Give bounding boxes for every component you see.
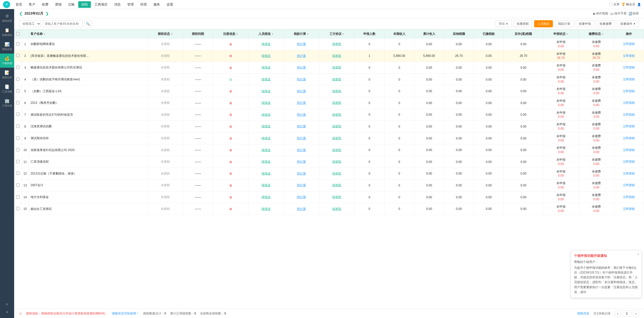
row-pay-status: 未缴费 0.00 — [579, 62, 614, 74]
nav-message[interactable]: 消息 — [111, 1, 124, 8]
nav-home[interactable]: 首页 — [13, 1, 25, 8]
row-current-income: 0 — [384, 85, 414, 97]
action-btn[interactable]: 立即授权 — [623, 42, 635, 46]
nav-settings[interactable]: 设置 — [164, 1, 176, 8]
row-checkbox[interactable] — [16, 78, 19, 81]
row-reg-info: ⊗ — [213, 168, 248, 180]
row-tax-refund: 0.00 — [504, 191, 543, 203]
pay-status-filter[interactable]: 缴费状态 — [589, 32, 604, 36]
auth-history-link[interactable]: 授权历史 — [577, 311, 589, 316]
row-reg-info: ⊙ — [213, 74, 248, 85]
action-btn[interactable]: 立即授权 — [623, 183, 635, 187]
row-checkbox[interactable] — [16, 207, 19, 210]
personal-report-btn[interactable]: 人员报送 — [534, 20, 553, 27]
tax-record-icon: 📝 — [5, 70, 10, 75]
batch-pay-btn[interactable]: 批量缴费 — [596, 20, 615, 27]
nav-billing[interactable]: 收费 — [39, 1, 51, 8]
three-party-filter[interactable]: 三方协议 — [329, 32, 344, 36]
action-btn[interactable]: 立即授权 — [623, 207, 635, 211]
row-checkbox[interactable] — [16, 195, 19, 199]
row-num: 8 — [21, 121, 29, 133]
row-checkbox[interactable] — [16, 66, 19, 69]
action-btn[interactable]: 立即授权 — [623, 101, 635, 105]
action-btn[interactable]: 立即授权 — [623, 160, 635, 163]
tax-calc-filter[interactable]: 税款计算 — [294, 32, 309, 36]
client-filter[interactable]: 客户名称 — [31, 32, 45, 36]
sidebar-item-msg[interactable]: ✉ — [0, 300, 14, 308]
member-btn[interactable]: 🏆 畅会员 — [622, 2, 635, 7]
auth-status-filter[interactable]: 授权状态 — [158, 32, 173, 36]
row-current-income: 0 — [384, 168, 414, 180]
row-checkbox[interactable] — [16, 42, 19, 45]
nav-invoice[interactable]: 票报 — [52, 1, 65, 8]
action-btn[interactable]: 立即授权 — [623, 136, 635, 140]
sidebar-item-tax-overview[interactable]: 📊 报税总览 — [0, 39, 14, 54]
nav-operation[interactable]: 经营 — [137, 1, 150, 8]
prev-page-btn[interactable]: ‹ — [615, 310, 621, 316]
next-month-btn[interactable]: ❯ — [45, 11, 49, 16]
report-status-filter[interactable]: 申报状态 — [553, 32, 568, 36]
sidebar-item-annual-report[interactable]: 🏢 工商年报 — [0, 96, 14, 110]
buy-link[interactable]: 请购买后尽快使用！ — [112, 311, 139, 316]
nav-bizproject[interactable]: 工商项目 — [91, 1, 111, 8]
sidebar-item-tax-settings[interactable]: ⚙ 报税设置 — [0, 11, 14, 25]
next-page-btn[interactable]: › — [633, 310, 639, 316]
action-btn[interactable]: 立即授权 — [623, 125, 635, 128]
action-btn[interactable]: 立即授权 — [623, 113, 635, 116]
nav-tax[interactable]: 报税 — [78, 1, 91, 8]
action-btn[interactable]: 立即授权 — [623, 78, 635, 81]
row-checkbox[interactable] — [16, 125, 19, 128]
action-btn[interactable]: 立即授权 — [623, 66, 635, 69]
row-checkbox[interactable] — [16, 136, 19, 140]
action-btn[interactable]: 立即授权 — [623, 89, 635, 93]
notification-close-btn[interactable]: × — [637, 253, 639, 256]
user-avatar[interactable]: 👤 — [637, 3, 641, 6]
row-checkbox[interactable] — [16, 172, 19, 175]
row-tax-payable: 0.00 — [444, 38, 474, 50]
row-checkbox[interactable] — [16, 101, 19, 104]
export-btn[interactable]: 导出 ▼ — [496, 20, 511, 27]
page-input[interactable] — [622, 310, 631, 316]
sidebar-item-tax-record[interactable]: 📝 报税记录 — [0, 68, 14, 82]
employee-filter[interactable]: 全部员工 — [19, 20, 41, 27]
row-tax-calc: 待计算 — [284, 156, 319, 168]
reg-info-filter[interactable]: 注册信息 — [223, 32, 238, 36]
notification-title: 个税申报功能升级通知 — [574, 254, 638, 258]
row-action: 立即授权 — [614, 156, 644, 168]
fullscreen-btn[interactable]: ⛶ 全屏 — [609, 2, 619, 7]
row-reg-info: ⊗ — [213, 38, 248, 50]
batch-report-btn[interactable]: 批量申报 — [576, 20, 594, 27]
tax-calc-btn[interactable]: 税款计算 — [555, 20, 574, 27]
sidebar-item-config[interactable]: ⚙ — [0, 308, 14, 316]
action-btn[interactable]: 立即授权 — [623, 172, 635, 175]
action-btn[interactable]: 立即授权 — [623, 148, 635, 152]
personal-report-filter[interactable]: 人员报送 — [259, 32, 273, 36]
sidebar-item-batch-tax[interactable]: 📋 批量报税 — [0, 25, 14, 39]
search-input[interactable] — [42, 20, 83, 27]
row-client: 2007会计 — [29, 180, 148, 191]
row-checkbox[interactable] — [16, 113, 19, 116]
batch-ops-btn[interactable]: 批量操作 ▼ — [617, 20, 639, 27]
row-checkbox[interactable] — [16, 54, 19, 57]
nav-accounting[interactable]: 记账 — [65, 1, 78, 8]
select-all-checkbox[interactable] — [16, 32, 19, 35]
search-button[interactable]: 🔍 — [84, 20, 91, 27]
row-three-party: 续签取 — [319, 144, 354, 156]
action-btn[interactable]: 立即授权 — [623, 54, 635, 58]
video-btn[interactable]: ▶ 操作视频 — [593, 11, 608, 16]
manual-btn[interactable]: 📖 操作手册 — [610, 11, 627, 16]
action-btn[interactable]: 立即授权 — [623, 195, 635, 199]
nav-service[interactable]: 服务 — [150, 1, 163, 8]
row-checkbox[interactable] — [16, 89, 19, 92]
row-checkbox[interactable] — [16, 148, 19, 151]
nav-client[interactable]: 客户 — [26, 1, 38, 8]
prev-month-btn[interactable]: ❮ — [19, 11, 22, 16]
nav-management[interactable]: 管理 — [124, 1, 137, 8]
row-checkbox[interactable] — [16, 160, 19, 163]
batch-auth-btn[interactable]: 批量授权 — [513, 20, 532, 27]
row-checkbox[interactable] — [16, 183, 19, 187]
sidebar-item-personal-tax[interactable]: 💰 个税申报 — [0, 54, 14, 68]
refresh-btn[interactable]: 🔄 刷新 — [629, 11, 639, 16]
sidebar-item-annual-clearing[interactable]: 📑 汇算清缴 — [0, 82, 14, 96]
row-auth-until: —— — [183, 50, 213, 62]
